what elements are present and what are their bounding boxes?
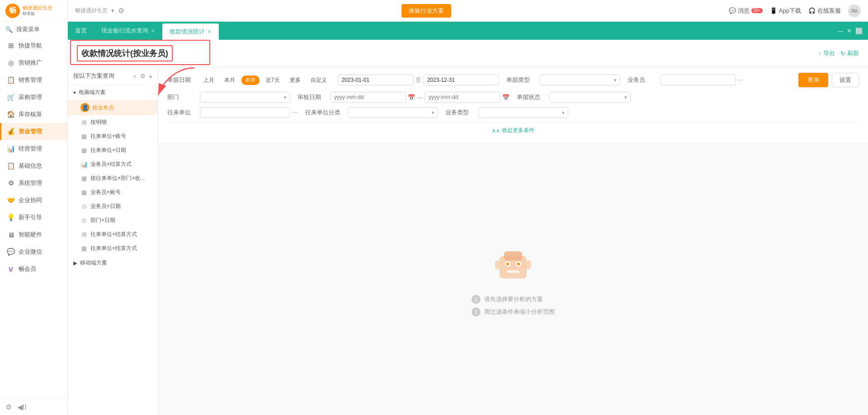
collapse-bar[interactable]: ∧∧ 收起更多条件: [167, 123, 859, 138]
tab-collections[interactable]: 收款情况统计 ✕: [162, 24, 219, 40]
sidebar-item-wechat[interactable]: 💬 企业微信: [0, 243, 67, 260]
sales-icon: 📋: [7, 76, 15, 84]
finance-icon: 💰: [7, 127, 15, 136]
search-icon: 🔍: [5, 26, 13, 33]
sidebar-item-base[interactable]: 📋 基础信息: [0, 157, 67, 174]
scheme-item-sales-account[interactable]: ▦ 业务员+账号: [68, 185, 158, 199]
minimize-icon[interactable]: —: [837, 28, 843, 34]
scheme-item-dept-date[interactable]: ⊙ 部门+日期: [68, 213, 158, 227]
service-icon: 🎧: [808, 7, 816, 14]
sidebar-item-sales[interactable]: 📋 销售管理: [0, 71, 67, 89]
export-button[interactable]: ↑ 导出: [819, 49, 835, 57]
date-end-input[interactable]: [423, 75, 499, 85]
scheme-settings-icon[interactable]: ⚙: [140, 73, 146, 80]
scheme-group-desktop-title[interactable]: ▾ 电脑端方案: [68, 85, 158, 100]
svg-point-4: [506, 263, 509, 265]
scheme-item-unit-account[interactable]: ▦ 往来单位+账号: [68, 129, 158, 143]
counterpart-input[interactable]: [200, 107, 290, 118]
shortcut-more[interactable]: 更多: [286, 75, 304, 85]
scheme-item-unit-dept[interactable]: ▦ 按往来单位+部门+收...: [68, 171, 158, 185]
user-avatar[interactable]: Rit: [848, 5, 861, 17]
sidebar-item-member[interactable]: V 畅会员: [0, 260, 67, 278]
scheme-item-sales-date[interactable]: ⊙ 业务员+日期: [68, 199, 158, 213]
sidebar-item-label: 企业微信: [19, 248, 42, 256]
scheme-item-unit-settle2[interactable]: ▦ 往来单位+结算方式: [68, 241, 158, 255]
date-start-input[interactable]: [338, 75, 414, 85]
shortcut-this-year[interactable]: 本年: [241, 75, 259, 85]
hardware-icon: 🖥: [7, 231, 15, 239]
quick-nav-icon: ⊞: [7, 42, 15, 50]
trial-button[interactable]: 体验行业方案: [401, 4, 451, 18]
scheme-item-detail[interactable]: ⊞ 按明细: [68, 115, 158, 129]
tab-collections-close-icon[interactable]: ✕: [208, 29, 212, 35]
shortcut-custom[interactable]: 自定义: [307, 75, 330, 85]
sidebar-item-finance[interactable]: 💰 资金管理: [0, 123, 67, 140]
app-download-item[interactable]: 📱 App下载: [770, 7, 801, 15]
tab-cashflow-close-icon[interactable]: ✕: [151, 28, 155, 34]
scheme-item-unit-date[interactable]: ▦ 往来单位+日期: [68, 143, 158, 157]
doc-status-select[interactable]: [549, 92, 631, 103]
filter-row-2: 部门 审核日期 📅 — 📅: [167, 92, 859, 103]
business-type-wrap[interactable]: [478, 107, 568, 118]
sidebar-item-business[interactable]: 📊 经营管理: [0, 140, 67, 157]
counterpart-category-select[interactable]: [348, 107, 438, 118]
topbar-dropdown-icon[interactable]: ▾: [111, 7, 114, 14]
sidebar-item-system[interactable]: ⚙ 系统管理: [0, 174, 67, 192]
counterpart-category-wrap[interactable]: [348, 107, 438, 118]
footer-settings-icon[interactable]: ⚙: [5, 403, 12, 411]
sidebar-item-guide[interactable]: 💡 新手引导: [0, 209, 67, 226]
tabs-window-controls: — ✕ ⬜: [837, 28, 868, 34]
sidebar-item-purchase[interactable]: 🛒 采购管理: [0, 89, 67, 106]
salesperson-input[interactable]: [660, 75, 736, 85]
dept-select[interactable]: [200, 92, 290, 103]
scheme-item-sales-settle[interactable]: 📊 业务员+结算方式: [68, 157, 158, 171]
sidebar-item-corp[interactable]: 🤝 企业协同: [0, 192, 67, 209]
maximize-icon[interactable]: ⬜: [855, 28, 863, 34]
add-scheme-icon[interactable]: +: [133, 73, 137, 80]
sales-date-icon: ⊙: [80, 203, 88, 210]
scheme-group-mobile-title[interactable]: ▶ 移动端方案: [68, 255, 158, 270]
salesperson-dots[interactable]: ···: [738, 76, 744, 84]
counterpart-label: 往来单位: [167, 108, 193, 117]
business-type-select[interactable]: [478, 107, 568, 118]
online-service-label: 在线客服: [817, 7, 841, 15]
scheme-item-unit-settle1[interactable]: ⊞ 往来单位+结算方式: [68, 227, 158, 241]
dept-select-wrap[interactable]: [200, 92, 290, 103]
sidebar-item-inventory[interactable]: 🏠 库存核算: [0, 106, 67, 123]
search-menu[interactable]: 🔍 搜索菜单: [0, 22, 67, 37]
logo-icon: 畅: [5, 4, 20, 18]
sidebar-item-marketing[interactable]: ◎ 营销推广: [0, 54, 67, 71]
sidebar-item-quick-nav[interactable]: ⊞ 快捷导航: [0, 37, 67, 54]
review-date-calendar-icon[interactable]: 📅: [408, 94, 415, 101]
export-label: 导出: [823, 49, 835, 57]
review-date-end[interactable]: [425, 92, 500, 103]
counterpart-dots[interactable]: ···: [292, 108, 298, 117]
review-date-calendar-icon2[interactable]: 📅: [502, 94, 509, 101]
setting-button[interactable]: 设置: [832, 73, 859, 87]
topbar-settings-icon[interactable]: ⚙: [118, 6, 124, 15]
scheme-item-salesperson[interactable]: 👤 按业务员: [68, 100, 158, 115]
doc-status-select-wrap[interactable]: [549, 92, 631, 103]
date-label: 单据日期: [167, 76, 193, 84]
doc-type-select-wrap[interactable]: [539, 75, 620, 85]
sidebar-item-label: 销售管理: [19, 76, 42, 84]
page-body: 按以下方案查询 + ⚙ « ▾ 电脑端方案: [68, 67, 868, 415]
shortcut-7days[interactable]: 近7天: [262, 75, 283, 85]
unit-settle2-icon: ▦: [80, 245, 88, 252]
query-button[interactable]: 查询: [798, 73, 828, 87]
salesperson-input-wrap: ···: [660, 75, 744, 85]
footer-collapse-icon[interactable]: ◀II: [17, 403, 27, 411]
collapse-panel-icon[interactable]: «: [149, 73, 152, 80]
shortcut-last-month[interactable]: 上月: [200, 75, 218, 85]
counterpart-category-label: 往来单位分类: [305, 108, 340, 117]
sidebar-item-hardware[interactable]: 🖥 智能硬件: [0, 226, 67, 243]
shortcut-this-month[interactable]: 本月: [221, 75, 239, 85]
review-date-start[interactable]: [330, 92, 406, 103]
tab-home[interactable]: 首页: [68, 22, 94, 40]
doc-type-select[interactable]: [539, 75, 620, 85]
messages-item[interactable]: 💬 消息 99+: [729, 7, 763, 15]
tab-cashflow[interactable]: 现金银行流水查询 ✕: [94, 22, 162, 40]
refresh-button[interactable]: ↻ 刷新: [840, 49, 859, 57]
close-window-icon[interactable]: ✕: [847, 28, 852, 34]
online-service-item[interactable]: 🎧 在线客服: [808, 7, 841, 15]
